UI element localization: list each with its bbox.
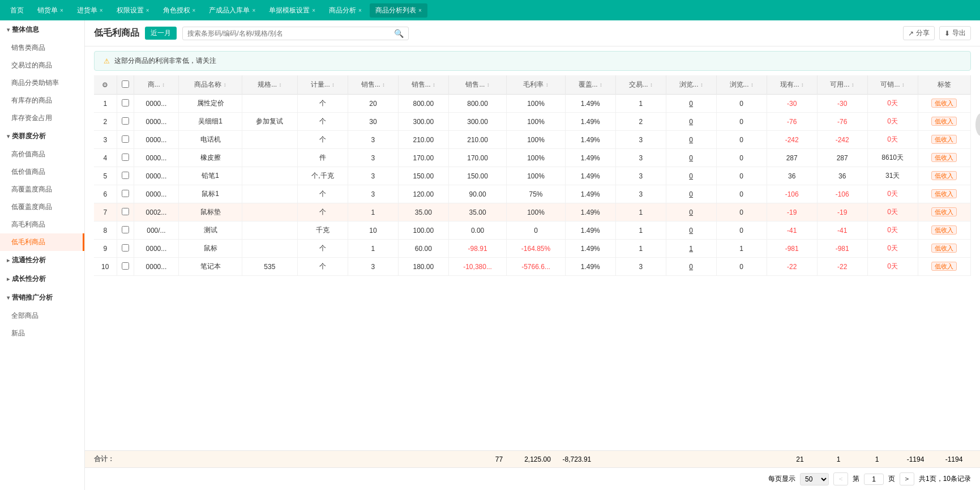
sidebar-section-category[interactable]: ▾ 类群度分析: [0, 127, 84, 146]
sidebar-item-new-products[interactable]: 新品: [0, 325, 84, 342]
row-checkbox[interactable]: [122, 135, 129, 143]
next-page-button[interactable]: ＞: [900, 472, 914, 485]
sidebar-item-all-products[interactable]: 全部商品: [0, 307, 84, 325]
nav-product-inbound[interactable]: 产成品入库单 ×: [203, 3, 261, 18]
col-stock-avail[interactable]: 可用... ↕: [817, 75, 867, 95]
row-checkbox[interactable]: [122, 262, 129, 270]
col-sales-price[interactable]: 销售... ↕: [398, 75, 448, 95]
cell-checkbox[interactable]: [117, 240, 134, 258]
sidebar-item-high-margin[interactable]: 高毛利商品: [0, 216, 84, 233]
cell-views1[interactable]: 0: [666, 221, 716, 240]
footer-sales-price: 2,125.00: [521, 455, 555, 463]
page-size-select[interactable]: 50 20 100: [800, 473, 829, 485]
row-checkbox[interactable]: [122, 117, 129, 125]
sidebar-section-marketing[interactable]: ▾ 营销推广分析: [0, 288, 84, 307]
cell-checkbox[interactable]: [117, 149, 134, 167]
cell-checkbox[interactable]: [117, 167, 134, 185]
nav-close-role[interactable]: ×: [192, 7, 196, 14]
sidebar-section-growth[interactable]: ▸ 成长性分析: [0, 270, 84, 288]
row-checkbox[interactable]: [122, 172, 129, 179]
footer-transactions: 21: [783, 455, 817, 463]
nav-permission[interactable]: 权限设置 ×: [111, 3, 155, 18]
cell-views1[interactable]: 0: [666, 185, 716, 203]
col-spec[interactable]: 规格... ↕: [242, 75, 297, 95]
col-stock-sale[interactable]: 可销... ↕: [867, 75, 918, 95]
prev-page-button[interactable]: ＜: [833, 472, 848, 485]
row-checkbox[interactable]: [122, 244, 129, 252]
col-code[interactable]: 商... ↕: [134, 75, 179, 95]
nav-close-template[interactable]: ×: [312, 7, 315, 14]
row-checkbox[interactable]: [122, 226, 129, 233]
nav-product-analysis[interactable]: 商品分析 ×: [323, 3, 367, 18]
col-unit[interactable]: 计量... ↕: [297, 75, 348, 95]
cell-views1[interactable]: 0: [666, 258, 716, 276]
page-input[interactable]: [864, 474, 884, 485]
cell-checkbox[interactable]: [117, 258, 134, 276]
nav-close-purchase[interactable]: ×: [100, 7, 103, 14]
arrow-marketing: ▾: [7, 295, 10, 301]
col-stock-now[interactable]: 现有... ↕: [767, 75, 817, 95]
nav-close-product-inbound[interactable]: ×: [252, 7, 255, 14]
time-filter-button[interactable]: 近一月: [145, 27, 177, 40]
nav-close-sales[interactable]: ×: [60, 7, 63, 14]
sidebar-section-overall[interactable]: ▾ 整体信息: [0, 20, 84, 39]
col-checkbox-all[interactable]: [117, 75, 134, 95]
cell-stock-sale: 0天: [867, 113, 918, 131]
cell-views1[interactable]: 1: [666, 240, 716, 258]
sidebar-item-stock-capital[interactable]: 库存资金占用: [0, 109, 84, 127]
cell-checkbox[interactable]: [117, 203, 134, 221]
sidebar-item-low-margin[interactable]: 低毛利商品: [0, 233, 84, 251]
col-views2[interactable]: 浏览... ↕: [716, 75, 767, 95]
nav-role-auth[interactable]: 角色授权 ×: [157, 3, 202, 18]
nav-close-analysis-list[interactable]: ×: [418, 7, 422, 14]
nav-product-analysis-list[interactable]: 商品分析列表 ×: [370, 3, 427, 18]
nav-template-settings[interactable]: 单据模板设置 ×: [263, 3, 321, 18]
row-checkbox[interactable]: [122, 99, 129, 106]
share-button[interactable]: ↗ 分享: [903, 26, 935, 40]
col-tag[interactable]: 标签: [918, 75, 970, 95]
row-checkbox[interactable]: [122, 154, 129, 161]
nav-close-permission[interactable]: ×: [146, 7, 149, 14]
sidebar-item-high-value[interactable]: 高价值商品: [0, 146, 84, 163]
cell-views1[interactable]: 0: [666, 95, 716, 113]
select-all-checkbox[interactable]: [122, 80, 129, 88]
cell-views1[interactable]: 0: [666, 113, 716, 131]
cell-checkbox[interactable]: [117, 131, 134, 149]
sidebar-item-low-value[interactable]: 低价值商品: [0, 163, 84, 181]
cell-checkbox[interactable]: [117, 185, 134, 203]
col-sales-amount[interactable]: 销售... ↕: [448, 75, 506, 95]
col-name[interactable]: 商品名称 ↕: [179, 75, 242, 95]
sidebar-item-stocked-products[interactable]: 有库存的商品: [0, 92, 84, 109]
col-transactions[interactable]: 交易... ↕: [615, 75, 666, 95]
sidebar-item-traded-products[interactable]: 交易过的商品: [0, 57, 84, 74]
row-checkbox[interactable]: [122, 208, 129, 215]
sidebar-item-category-rate[interactable]: 商品分类助销率: [0, 74, 84, 92]
search-icon[interactable]: 🔍: [394, 29, 404, 38]
cell-views1[interactable]: 0: [666, 149, 716, 167]
settings-icon[interactable]: ⚙: [102, 81, 108, 89]
cell-checkbox[interactable]: [117, 95, 134, 113]
tag-badge: 低收入: [931, 189, 957, 198]
cell-views1[interactable]: 0: [666, 203, 716, 221]
nav-home[interactable]: 首页: [5, 3, 29, 18]
export-button[interactable]: ⬇ 导出: [939, 26, 971, 40]
col-views1[interactable]: 浏览... ↕: [666, 75, 716, 95]
sidebar-item-high-coverage[interactable]: 高覆盖度商品: [0, 181, 84, 198]
nav-purchase-order[interactable]: 进货单 ×: [71, 3, 109, 18]
cell-transactions: 1: [615, 95, 666, 113]
col-sales-qty[interactable]: 销售... ↕: [348, 75, 398, 95]
row-checkbox[interactable]: [122, 190, 129, 197]
cell-checkbox[interactable]: [117, 221, 134, 240]
col-coverage[interactable]: 覆盖... ↕: [565, 75, 615, 95]
sidebar-item-sales-products[interactable]: 销售类商品: [0, 39, 84, 57]
sidebar-item-low-coverage[interactable]: 低覆盖度商品: [0, 198, 84, 216]
cell-views1[interactable]: 0: [666, 167, 716, 185]
cell-checkbox[interactable]: [117, 113, 134, 131]
sidebar-section-flow[interactable]: ▸ 流通性分析: [0, 251, 84, 270]
col-settings[interactable]: ⚙: [94, 75, 117, 95]
col-gross-rate[interactable]: 毛利率 ↕: [507, 75, 565, 95]
search-input[interactable]: [187, 29, 394, 37]
nav-close-product-analysis[interactable]: ×: [358, 7, 362, 14]
cell-views1[interactable]: 0: [666, 131, 716, 149]
nav-sales-order[interactable]: 销货单 ×: [32, 3, 69, 18]
